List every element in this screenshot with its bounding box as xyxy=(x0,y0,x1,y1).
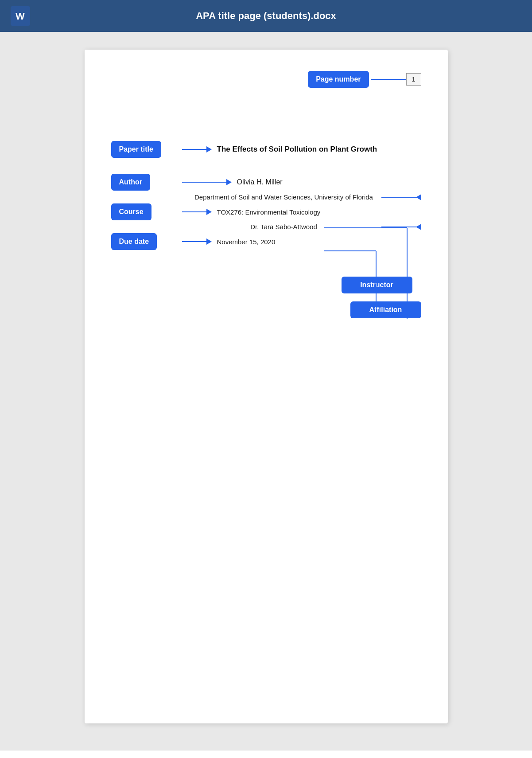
author-arrow xyxy=(182,179,232,185)
paper-title-text: The Effects of Soil Pollution on Plant G… xyxy=(217,145,377,154)
due-date-badge: Due date xyxy=(111,233,157,250)
top-bar: W APA title page (students).docx xyxy=(0,0,532,32)
footer: Scribbr xyxy=(0,750,532,758)
author-name: Olivia H. Miller xyxy=(237,178,283,186)
doc-content: Paper title The Effects of Soil Pollutio… xyxy=(111,141,421,318)
affiliation-arrow-right xyxy=(381,194,421,200)
due-date-value: November 15, 2020 xyxy=(217,238,276,246)
main-area: Page number 1 Paper title The Effects of… xyxy=(0,32,532,750)
affiliation-dept-row: Department of Soil and Water Sciences, U… xyxy=(111,193,421,201)
course-badge: Course xyxy=(111,203,151,220)
document-title: APA title page (students).docx xyxy=(37,10,495,22)
page-number-area: Page number 1 xyxy=(111,71,421,88)
author-badge: Author xyxy=(111,174,150,191)
course-arrow xyxy=(182,209,212,215)
page-number-value: 1 xyxy=(406,73,421,86)
author-row: Author Olivia H. Miller xyxy=(111,174,421,191)
paper-title-row: Paper title The Effects of Soil Pollutio… xyxy=(111,141,421,158)
svg-text:W: W xyxy=(16,11,25,22)
page-number-badge: Page number xyxy=(308,71,369,88)
paper-title-badge: Paper title xyxy=(111,141,161,158)
badges-lower: Instructor Affiliation xyxy=(111,277,421,318)
document-page: Page number 1 Paper title The Effects of… xyxy=(85,50,448,723)
word-icon: W xyxy=(11,6,30,26)
connector-svg xyxy=(280,215,421,330)
paper-title-arrow xyxy=(182,146,212,152)
due-date-arrow xyxy=(182,238,212,245)
